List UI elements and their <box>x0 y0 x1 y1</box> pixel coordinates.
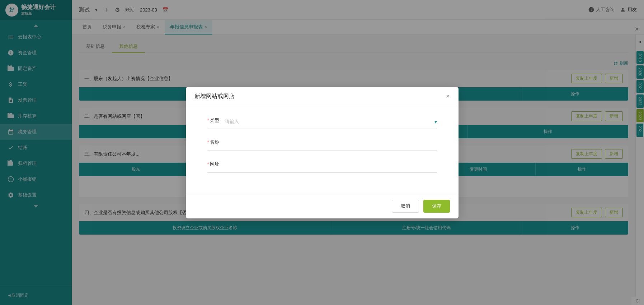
type-label: *类型 <box>207 117 219 124</box>
modal-footer: 取消 保存 <box>186 194 459 218</box>
name-input[interactable] <box>225 141 437 146</box>
cancel-btn[interactable]: 取消 <box>392 200 419 213</box>
save-btn[interactable]: 保存 <box>423 200 450 213</box>
form-row-name: *名称 <box>207 139 437 151</box>
url-label: *网址 <box>207 161 219 167</box>
type-input[interactable] <box>225 119 434 124</box>
form-field-type: *类型 ▾ <box>207 117 437 129</box>
modal-add-website: 新增网站或网店 × *类型 ▾ *名称 <box>186 87 459 218</box>
modal-close-btn[interactable]: × <box>446 93 450 100</box>
modal-body: *类型 ▾ *名称 <box>186 106 459 194</box>
modal-header: 新增网站或网店 × <box>186 87 459 106</box>
url-input[interactable] <box>225 163 437 168</box>
form-field-url: *网址 <box>207 161 437 173</box>
form-field-name: *名称 <box>207 139 437 151</box>
modal-overlay[interactable]: 新增网站或网店 × *类型 ▾ *名称 <box>0 0 644 305</box>
modal-title: 新增网站或网店 <box>194 93 235 100</box>
type-dropdown-arrow[interactable]: ▾ <box>434 119 437 125</box>
form-row-type: *类型 ▾ <box>207 117 437 129</box>
name-label: *名称 <box>207 139 219 145</box>
form-row-url: *网址 <box>207 161 437 173</box>
